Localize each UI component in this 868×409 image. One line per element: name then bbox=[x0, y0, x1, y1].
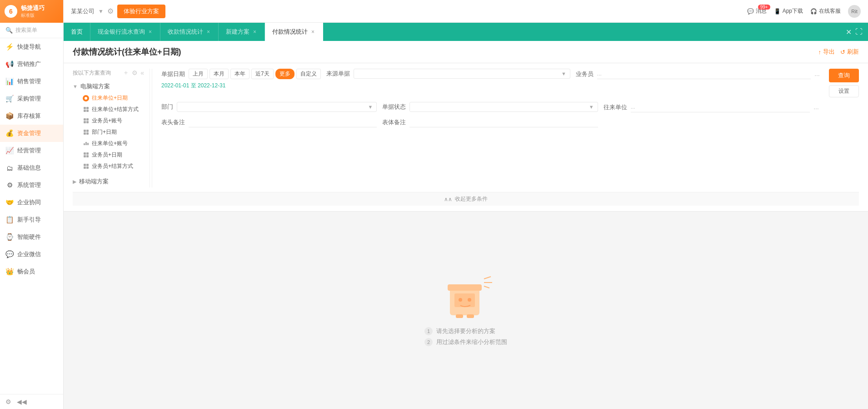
svg-rect-2 bbox=[448, 284, 482, 291]
settings-footer-btn[interactable]: ⚙ bbox=[5, 398, 11, 405]
tab-label: 首页 bbox=[71, 28, 83, 36]
user-avatar[interactable]: Rit bbox=[848, 5, 861, 18]
last-month-label: 上月 bbox=[193, 71, 204, 77]
sidebar-item-hardware[interactable]: ⌚ 智能硬件 bbox=[0, 228, 63, 246]
svg-rect-8 bbox=[456, 314, 463, 318]
sidebar-item-guide[interactable]: 📋 新手引导 bbox=[0, 211, 63, 228]
scheme-item-salesman-account[interactable]: 业务员+账号 bbox=[80, 115, 144, 126]
doc-status-select[interactable]: ▼ bbox=[409, 102, 598, 112]
filter-area: 按以下方案查询 ＋ ⚙ « ▼ 电脑端方案 bbox=[64, 63, 868, 212]
sidebar-nav: ⚡ 快捷导航 📢 营销推广 📊 销售管理 🛒 采购管理 📦 库存核算 💰 bbox=[0, 38, 63, 394]
last-month-btn[interactable]: 上月 bbox=[189, 69, 208, 79]
sidebar-item-wechat[interactable]: 💬 企业微信 bbox=[0, 246, 63, 263]
scheme-item-dept-date[interactable]: 部门+日期 bbox=[80, 126, 144, 138]
custom-date-btn[interactable]: 自定义 bbox=[296, 69, 321, 79]
tab-close-bank-flow[interactable]: × bbox=[148, 28, 153, 36]
salesman-input[interactable] bbox=[597, 69, 811, 79]
mobile-group-title[interactable]: ▶ 移动端方案 bbox=[73, 176, 144, 187]
sales-icon: 📊 bbox=[5, 77, 14, 86]
collapse-bar[interactable]: ∧∧ 收起更多条件 bbox=[73, 192, 859, 206]
member-icon: 👑 bbox=[5, 268, 14, 276]
scheme-item-unit-date[interactable]: 往来单位+日期 bbox=[80, 92, 144, 104]
partner-more-icon[interactable]: … bbox=[813, 104, 819, 111]
svg-rect-1 bbox=[454, 293, 475, 307]
filter-sidebar-header: 按以下方案查询 ＋ ⚙ « bbox=[73, 69, 144, 77]
guide-icon: 📋 bbox=[5, 216, 14, 224]
dept-select[interactable]: ▼ bbox=[177, 102, 377, 112]
empty-tips: 1 请先选择要分析的方案 2 用过滤条件来缩小分析范围 bbox=[424, 327, 507, 346]
tab-close-payment-stats[interactable]: × bbox=[310, 28, 315, 36]
partner-filter-item: 往来单位 … bbox=[604, 102, 819, 112]
export-btn[interactable]: ↑ 导出 bbox=[818, 48, 835, 56]
sidebar-item-label: 资金管理 bbox=[17, 129, 41, 137]
scheme-item-unit-payment[interactable]: 往来单位+结算方式 bbox=[80, 104, 144, 115]
sidebar-item-finance[interactable]: 💰 资金管理 bbox=[0, 125, 63, 142]
filter-actions: 查询 设置 bbox=[825, 69, 859, 97]
tab-expand-btn[interactable]: ⛶ bbox=[855, 28, 863, 36]
tab-close-new-scheme[interactable]: × bbox=[252, 28, 257, 36]
notifications-badge: 99+ bbox=[758, 5, 770, 10]
partner-input[interactable] bbox=[631, 102, 810, 112]
empty-tip-1: 1 请先选择要分析的方案 bbox=[424, 327, 507, 335]
sidebar-search[interactable]: 🔍 搜索菜单 bbox=[0, 23, 63, 38]
scheme-item-label: 往来单位+账号 bbox=[92, 140, 128, 147]
desktop-group-label: 电脑端方案 bbox=[80, 82, 110, 91]
tab-home[interactable]: 首页 bbox=[64, 23, 90, 41]
query-btn[interactable]: 查询 bbox=[829, 69, 859, 82]
last7days-btn[interactable]: 近7天 bbox=[251, 69, 274, 79]
this-month-btn[interactable]: 本月 bbox=[210, 69, 229, 79]
tab-bank-flow[interactable]: 现金银行流水查询 × bbox=[90, 23, 160, 41]
sidebar-item-marketing[interactable]: 📢 营销推广 bbox=[0, 56, 63, 73]
sidebar-item-purchase[interactable]: 🛒 采购管理 bbox=[0, 90, 63, 107]
notifications-action[interactable]: 💬 消息 99+ bbox=[747, 7, 767, 15]
sidebar-item-operation[interactable]: 📈 经营管理 bbox=[0, 142, 63, 159]
collapse-sidebar-btn[interactable]: « bbox=[140, 69, 144, 76]
add-scheme-btn[interactable]: ＋ bbox=[123, 69, 129, 77]
scheme-item-salesman-date[interactable]: 业务员+日期 bbox=[80, 149, 144, 161]
sidebar-header: 6 畅捷通巧 标准版 bbox=[0, 0, 63, 23]
sidebar-item-member[interactable]: 👑 畅会员 bbox=[0, 263, 63, 280]
scheme-item-salesman-payment[interactable]: 业务员+结算方式 bbox=[80, 161, 144, 172]
tab-close-all-btn[interactable]: ✕ bbox=[846, 28, 852, 36]
customer-service-action[interactable]: 🎧 在线客服 bbox=[810, 7, 841, 15]
tab-close-collection[interactable]: × bbox=[206, 28, 211, 36]
sidebar-item-inventory[interactable]: 📦 库存核算 bbox=[0, 107, 63, 125]
page-header: 付款情况统计(往来单位+日期) ↑ 导出 ↺ 刷新 bbox=[64, 41, 868, 63]
scheme-grid-icon2 bbox=[83, 118, 89, 124]
header-note-input[interactable] bbox=[189, 117, 377, 127]
body-note-input[interactable] bbox=[409, 117, 598, 127]
refresh-btn[interactable]: ↺ 刷新 bbox=[840, 48, 859, 56]
source-doc-label: 来源单据 bbox=[326, 70, 350, 78]
tab-collection-stats[interactable]: 收款情况统计 × bbox=[160, 23, 219, 41]
more-dates-btn[interactable]: 更多 bbox=[275, 69, 294, 79]
tab-payment-stats[interactable]: 付款情况统计 × bbox=[265, 23, 323, 41]
date-range: 2022-01-01 至 2022-12-31 bbox=[161, 82, 225, 90]
date-filter-item: 单据日期 上月 本月 本年 近7天 更多 自定义 bbox=[161, 69, 321, 90]
source-doc-select[interactable]: ▼ bbox=[354, 69, 570, 79]
desktop-group-title[interactable]: ▼ 电脑端方案 bbox=[73, 81, 144, 92]
this-year-btn[interactable]: 本年 bbox=[230, 69, 249, 79]
sidebar-item-base-info[interactable]: 🗂 基础信息 bbox=[0, 159, 63, 177]
settings-icon[interactable]: ⚙ bbox=[107, 7, 114, 15]
dept-label: 部门 bbox=[161, 103, 173, 111]
sidebar-item-quick-nav[interactable]: ⚡ 快捷导航 bbox=[0, 38, 63, 56]
partner-label: 往来单位 bbox=[604, 103, 627, 111]
results-area: 1 请先选择要分析的方案 2 用过滤条件来缩小分析范围 bbox=[64, 212, 868, 409]
sidebar-item-sales[interactable]: 📊 销售管理 bbox=[0, 73, 63, 90]
scheme-settings-btn[interactable]: ⚙ bbox=[132, 69, 138, 76]
settings-btn[interactable]: 设置 bbox=[829, 85, 859, 97]
body-note-filter-item: 表体备注 bbox=[382, 117, 598, 127]
scheme-item-unit-account[interactable]: 往来单位+账号 bbox=[80, 138, 144, 149]
sidebar-item-system[interactable]: ⚙ 系统管理 bbox=[0, 177, 63, 194]
this-month-label: 本月 bbox=[214, 71, 224, 77]
empty-tip-2: 2 用过滤条件来缩小分析范围 bbox=[424, 338, 507, 346]
app-download-action[interactable]: 📱 App下载 bbox=[774, 7, 803, 15]
collapse-sidebar-btn[interactable]: ◀◀ bbox=[17, 398, 27, 405]
tab-new-scheme[interactable]: 新建方案 × bbox=[219, 23, 265, 41]
last7days-label: 近7天 bbox=[255, 71, 269, 77]
sidebar-item-label: 企业微信 bbox=[17, 250, 41, 258]
trial-btn[interactable]: 体验行业方案 bbox=[117, 5, 165, 18]
svg-line-3 bbox=[484, 277, 491, 279]
salesman-more-icon[interactable]: … bbox=[814, 71, 820, 77]
sidebar-item-enterprise[interactable]: 🤝 企业协同 bbox=[0, 194, 63, 211]
